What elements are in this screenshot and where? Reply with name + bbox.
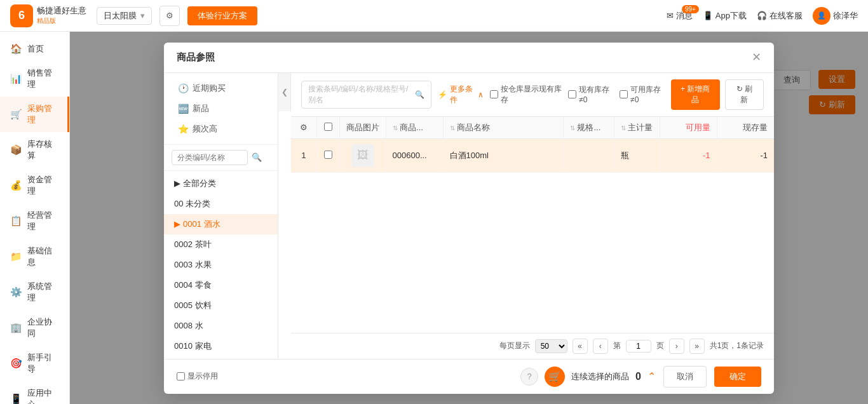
sidebar-item-management[interactable]: 📋 经营管理 (0, 203, 69, 239)
category-label-0003: 0003 水果 (174, 259, 212, 271)
category-item-0003[interactable]: 0003 水果 (164, 255, 278, 275)
col-header-settings[interactable]: ⚙ (291, 117, 316, 139)
expand-all-icon: ▶ (174, 178, 180, 188)
online-service-button[interactable]: 🎧 在线客服 (757, 10, 803, 22)
sidebar-item-sales[interactable]: 📊 销售管理 (0, 61, 69, 97)
logo-area: 6 畅捷通好生意 精品版 (10, 4, 86, 27)
trial-button[interactable]: 体验行业方案 (187, 6, 257, 25)
collapse-cart-icon[interactable]: ⌃ (648, 370, 656, 382)
collapse-panel-button[interactable]: ❮ (278, 73, 291, 111)
col-header-name[interactable]: ⇅ 商品名称 (443, 117, 563, 139)
filter-button[interactable]: ⚡ 更多条件 ∧ (438, 84, 484, 105)
last-page-button[interactable]: » (689, 339, 705, 354)
basic-icon: 📁 (10, 251, 22, 262)
nav-selector[interactable]: 日太阳膜 ▾ (97, 7, 152, 25)
cart-icon[interactable]: 🛒 (545, 367, 565, 387)
sort-spec-icon[interactable]: ⇅ (570, 125, 575, 131)
first-page-button[interactable]: « (573, 339, 588, 354)
available-stock-checkbox[interactable] (620, 90, 628, 98)
col-header-code[interactable]: ⇅ 商品... (386, 117, 443, 139)
category-item-00[interactable]: 00 未分类 (164, 194, 278, 214)
available-stock-filter[interactable]: 可用库存≠0 (620, 84, 665, 104)
quick-tab-frequent-label: 频次高 (193, 123, 217, 135)
modal-overlay: 商品参照 ✕ 🕐 近期购买 (70, 32, 868, 404)
prev-page-button[interactable]: ‹ (593, 339, 608, 354)
col-header-spec[interactable]: ⇅ 规格... (563, 117, 614, 139)
existing-stock-filter[interactable]: 现有库存≠0 (568, 84, 613, 104)
page-label: 第 (613, 340, 621, 351)
sidebar-item-finance[interactable]: 💰 资金管理 (0, 168, 69, 203)
select-all-checkbox[interactable] (324, 123, 332, 131)
sort-code-icon[interactable]: ⇅ (393, 125, 398, 131)
refresh-button[interactable]: ↻ 刷新 (725, 79, 764, 110)
category-item-0002[interactable]: 0002 茶叶 (164, 234, 278, 255)
show-disabled-checkbox-label[interactable]: 显示停用 (177, 371, 218, 382)
close-icon[interactable]: ✕ (752, 51, 761, 63)
sidebar-label-enterprise: 企业协同 (27, 316, 59, 339)
category-item-0010[interactable]: 0010 家电 (164, 336, 278, 356)
page-number-input[interactable] (626, 340, 651, 353)
category-item-0004[interactable]: 0004 零食 (164, 275, 278, 295)
gear-button[interactable]: ⚙ (159, 6, 180, 26)
help-icon[interactable]: ? (520, 368, 538, 386)
search-placeholder-text: 搜索条码/编码/名称/规格型号/别名 (308, 84, 411, 105)
warehouse-checkbox[interactable] (490, 90, 498, 98)
modal-toolbar: 搜索条码/编码/名称/规格型号/别名 🔍 ⚡ 更多条件 ∧ 按仓库显示现有库存 (291, 73, 774, 117)
add-product-button[interactable]: + 新增商品 (671, 79, 720, 110)
search-icon[interactable]: 🔍 (252, 152, 262, 162)
quick-tab-new[interactable]: 🆕 新品 (172, 98, 270, 119)
sort-name-icon[interactable]: ⇅ (450, 125, 455, 131)
sidebar-item-inventory[interactable]: 📦 库存核算 (0, 132, 69, 168)
product-search-field[interactable]: 搜索条码/编码/名称/规格型号/别名 🔍 (301, 81, 431, 109)
quick-tab-frequent[interactable]: ⭐ 频次高 (172, 119, 270, 139)
row-checkbox-cell[interactable] (316, 138, 339, 172)
col-header-unit[interactable]: ⇅ 主计量 (614, 117, 660, 139)
category-label-00: 00 未分类 (174, 198, 210, 210)
cancel-button[interactable]: 取消 (663, 366, 707, 387)
row-checkbox[interactable] (324, 151, 332, 159)
app-download-button[interactable]: 📱 App下载 (703, 10, 747, 22)
col-header-checkbox[interactable] (316, 117, 339, 139)
table-row[interactable]: 1 🖼 (291, 138, 774, 172)
quick-tab-recent-label: 近期购买 (193, 83, 226, 94)
sidebar-label-system: 系统管理 (27, 281, 59, 304)
logo-icon: 6 (10, 4, 33, 27)
messages-button[interactable]: ✉ 消息 99+ (667, 10, 693, 22)
confirm-button[interactable]: 确定 (714, 367, 761, 387)
quick-tab-recent[interactable]: 🕐 近期购买 (172, 78, 270, 98)
purchase-icon: 🛒 (10, 109, 22, 120)
modal-left-wrapper: 🕐 近期购买 🆕 新品 ⭐ 频次高 (164, 73, 291, 359)
category-item-all[interactable]: ▶ 全部分类 (164, 173, 278, 194)
row-spec-cell (563, 138, 614, 172)
category-label-all: 全部分类 (183, 178, 216, 189)
sort-unit-icon[interactable]: ⇅ (621, 125, 626, 131)
category-label-0010: 0010 家电 (174, 340, 212, 352)
sidebar-label-purchase: 采购管理 (27, 103, 57, 126)
sidebar-item-basic[interactable]: 📁 基础信息 (0, 239, 69, 274)
category-item-0008[interactable]: 0008 水 (164, 316, 278, 336)
sidebar-item-purchase[interactable]: 🛒 采购管理 (0, 97, 69, 132)
cart-area: ? 🛒 连续选择的商品 0 ⌃ (520, 367, 656, 387)
sidebar-item-home[interactable]: 🏠 首页 (0, 37, 69, 61)
warehouse-filter[interactable]: 按仓库显示现有库存 (490, 84, 562, 105)
row-name-cell: 白酒100ml (443, 138, 563, 172)
toolbar-right: + 新增商品 ↻ 刷新 (671, 79, 764, 110)
existing-stock-checkbox[interactable] (568, 90, 576, 98)
sidebar-label-home: 首页 (27, 43, 44, 55)
sidebar-item-enterprise[interactable]: 🏢 企业协同 (0, 310, 69, 346)
sidebar-item-system[interactable]: ⚙️ 系统管理 (0, 274, 69, 310)
image-icon: 🖼 (357, 149, 369, 162)
per-page-select[interactable]: 50 100 (535, 339, 567, 353)
next-page-button[interactable]: › (669, 339, 684, 354)
category-item-0005[interactable]: 0005 饮料 (164, 295, 278, 316)
user-menu[interactable]: 👤 徐泽华 (813, 7, 858, 25)
chevron-up-icon: ∧ (478, 90, 484, 99)
sidebar-item-apps[interactable]: 📱 应用中心 (0, 381, 69, 404)
show-disabled-checkbox[interactable] (177, 372, 185, 380)
category-search-input[interactable] (172, 150, 248, 165)
category-item-0001[interactable]: ▶ 0001 酒水 (164, 214, 278, 234)
show-disabled-label: 显示停用 (187, 371, 218, 382)
sidebar-item-guide[interactable]: 🎯 新手引导 (0, 346, 69, 381)
search-submit-icon[interactable]: 🔍 (415, 90, 424, 99)
top-nav: 6 畅捷通好生意 精品版 日太阳膜 ▾ ⚙ 体验行业方案 ✉ 消息 99+ 📱 … (0, 0, 868, 32)
